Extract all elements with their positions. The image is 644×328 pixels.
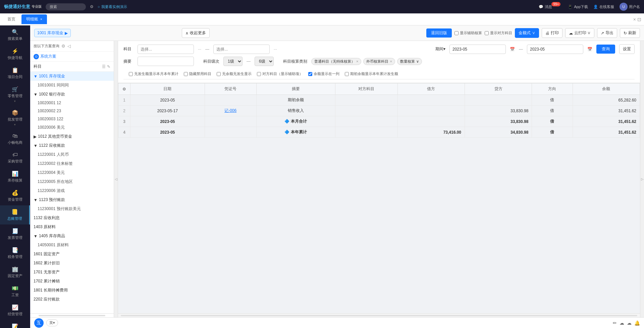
tree-item-10020003[interactable]: 10020003 122: [30, 115, 114, 123]
tree-item-2202[interactable]: 2202 应付账款: [30, 295, 114, 304]
sidebar-item-salary[interactable]: 💵 工资: [0, 282, 30, 301]
system-plan-item[interactable]: ⊙ 系统方案: [34, 54, 110, 59]
level-end-select[interactable]: 6级5级4级: [255, 57, 274, 66]
setting-btn[interactable]: 设置: [619, 44, 635, 54]
sidebar-item-expense[interactable]: 📝 小畅报销: [0, 320, 30, 328]
period-calendar-icon[interactable]: 📅: [510, 47, 515, 52]
tree-item-11220001[interactable]: 11220001 人民币: [30, 150, 114, 159]
tree-item-1122[interactable]: ▼ 1122 应收账款: [30, 141, 114, 150]
more-filter-btn[interactable]: ∧ 收起更多: [182, 28, 210, 38]
export-btn[interactable]: ↗ 导出: [597, 28, 617, 38]
opt-hide-disabled[interactable]: 隐藏禁用科目: [184, 71, 211, 76]
tree-item-11230001[interactable]: 11230001 预付账款美元: [30, 204, 114, 213]
sidebar-item-fixedassets[interactable]: 🏢 固定资产: [0, 263, 30, 282]
tree-item-10020001[interactable]: 10020001 12: [30, 99, 114, 107]
edit-icon[interactable]: ✎: [107, 64, 110, 69]
table-scrollbar[interactable]: [118, 313, 640, 317]
col-settings[interactable]: ⚙: [118, 83, 130, 95]
tag-close-1[interactable]: ×: [356, 59, 358, 63]
tab-maximize-icon[interactable]: ⊡: [637, 17, 641, 22]
collapse-left-icon[interactable]: ◁: [67, 44, 71, 49]
category-tag-3[interactable]: 数量核算 ∨: [397, 58, 422, 65]
subject-filter-input[interactable]: [138, 45, 194, 54]
online-service-btn[interactable]: 👤 在线客服: [593, 4, 614, 9]
opt-no-balance[interactable]: 无余额无发生显示: [217, 71, 252, 76]
tree-item-10020002[interactable]: 10020002 23: [30, 107, 114, 115]
period-end-input[interactable]: [527, 45, 583, 54]
tree-item-14050001[interactable]: 14050001 原材料: [30, 241, 114, 250]
tree-item-1601[interactable]: 1601 固定资产: [30, 250, 114, 259]
tree-item-1602[interactable]: 1602 累计折旧: [30, 259, 114, 268]
tree-item-10020006[interactable]: 10020006 美元: [30, 123, 114, 132]
tab-detail[interactable]: 明细账 ×: [21, 14, 47, 24]
sidebar-item-ledger[interactable]: 📒 总账管理: [0, 205, 30, 224]
refresh-btn[interactable]: ↻ 刷新: [620, 28, 640, 38]
tree-item-1132[interactable]: 1132 应收利息: [30, 213, 114, 222]
sidebar-item-capital[interactable]: 💰 资金管理: [0, 186, 30, 205]
opt-opening[interactable]: 期初余额显示本年累计发生额: [345, 71, 398, 76]
tree-item-1702[interactable]: 1702 累计摊销: [30, 277, 114, 286]
level-start-select[interactable]: 1级2级3级: [223, 57, 243, 66]
tab-home[interactable]: 首页: [3, 14, 20, 24]
tab-close-all-icon[interactable]: ×: [633, 17, 636, 22]
tree-item-11220006[interactable]: 11220006 游戏: [30, 186, 114, 195]
tree-item-1403[interactable]: 1403 原材料: [30, 222, 114, 232]
query-icon[interactable]: ⚙: [61, 44, 65, 49]
sidebar-item-retail[interactable]: 🛒 零售管理 ▾: [0, 83, 30, 106]
sidebar-item-project[interactable]: 📋 项目合同: [0, 64, 30, 83]
period-start-input[interactable]: [449, 45, 506, 54]
panel-collapse-btn[interactable]: ◁: [114, 41, 118, 317]
sidebar-item-wholesale[interactable]: 📦 批发管理 ▾: [0, 106, 30, 130]
sidebar-item-operations[interactable]: 📈 经营管理: [0, 301, 30, 320]
user-menu[interactable]: U 用户名: [620, 3, 640, 11]
voucher-link-2[interactable]: 记-006: [224, 108, 236, 113]
right-side-collapse-btn[interactable]: ▷: [640, 41, 644, 317]
tree-item-11220004[interactable]: 11220004 美元: [30, 168, 114, 177]
tree-item-1801[interactable]: 1801 长期待摊费用: [30, 286, 114, 295]
sidebar-item-quicknav[interactable]: ⚡ 快捷导航: [0, 45, 30, 64]
print-btn[interactable]: 🖨 打印: [542, 28, 562, 38]
sidebar-item-ecommerce[interactable]: 🛍 小畅电商: [0, 130, 30, 148]
edit-status-icon[interactable]: ✏: [613, 320, 617, 326]
period-calendar-icon2[interactable]: 📅: [587, 47, 592, 52]
tag-close-2[interactable]: ×: [390, 59, 392, 63]
tree-item-1012[interactable]: ▶ 1012 其他货币资金: [30, 132, 114, 141]
message-btn[interactable]: 💬 消息 99+: [539, 4, 562, 9]
summary-filter-input[interactable]: [138, 57, 194, 66]
top-settings-icon[interactable]: ⚙: [90, 4, 94, 9]
cloud2-status-icon[interactable]: ☁: [627, 320, 632, 326]
return-old-btn[interactable]: 退回旧版: [426, 28, 452, 38]
cloud-status-icon[interactable]: ☁: [620, 320, 624, 326]
list-icon[interactable]: ☰: [102, 64, 106, 69]
sidebar-item-purchase[interactable]: 🏷 采购管理: [0, 148, 30, 167]
sidebar-item-tax[interactable]: 📑 税务管理: [0, 244, 30, 263]
subject-filter-input2[interactable]: [213, 45, 270, 54]
cell-voucher-2[interactable]: 记-006: [205, 106, 256, 116]
opt-balance-col[interactable]: 余额显示在一列: [308, 71, 339, 76]
tree-item-10010001[interactable]: 10010001 同同同: [30, 81, 114, 90]
tab-close-icon[interactable]: ×: [40, 17, 42, 21]
notification-icon[interactable]: 🔔: [634, 320, 640, 326]
format-btn[interactable]: 金额式 ∨: [515, 28, 539, 38]
opt-opposite[interactable]: 对方科目（显示辅助项）: [257, 71, 303, 76]
tree-item-1001[interactable]: ▼ 1001 库存现金: [30, 72, 114, 81]
sidebar-item-search[interactable]: 🔍 搜索菜单: [0, 25, 30, 45]
query-btn[interactable]: 查询: [596, 45, 615, 54]
cloud-print-btn[interactable]: ☁ 云打印 ∨: [565, 28, 594, 38]
tree-item-1002[interactable]: ▼ 1002 银行存款: [30, 90, 114, 99]
show-opposite-checkbox[interactable]: 显示对方科目: [485, 30, 512, 36]
demo-link[interactable]: ○ 我要看实例演示: [98, 4, 127, 9]
horizontal-scrollbar[interactable]: [39, 315, 105, 316]
show-aux-calc-checkbox[interactable]: 显示辅助核算: [454, 30, 482, 36]
sidebar-item-invoice[interactable]: 🧾 发票管理: [0, 224, 30, 244]
tree-item-1701[interactable]: 1701 无形资产: [30, 268, 114, 277]
sidebar-item-inventory[interactable]: 📊 库存核算: [0, 167, 30, 186]
top-search[interactable]: 搜索: [46, 3, 86, 10]
account-selector[interactable]: 1001 库存现金 ▶: [34, 29, 71, 37]
tree-item-1123[interactable]: ▼ 1123 预付账款: [30, 195, 114, 204]
opt-no-amount[interactable]: 无发生额显示本月本年累计: [129, 71, 178, 76]
app-download-btn[interactable]: 📱 App下载: [568, 4, 588, 9]
lang-btn[interactable]: 英▾: [46, 319, 58, 326]
tree-item-11220005[interactable]: 11220005 所在地区: [30, 177, 114, 186]
chat-float-btn[interactable]: 互: [34, 318, 44, 328]
